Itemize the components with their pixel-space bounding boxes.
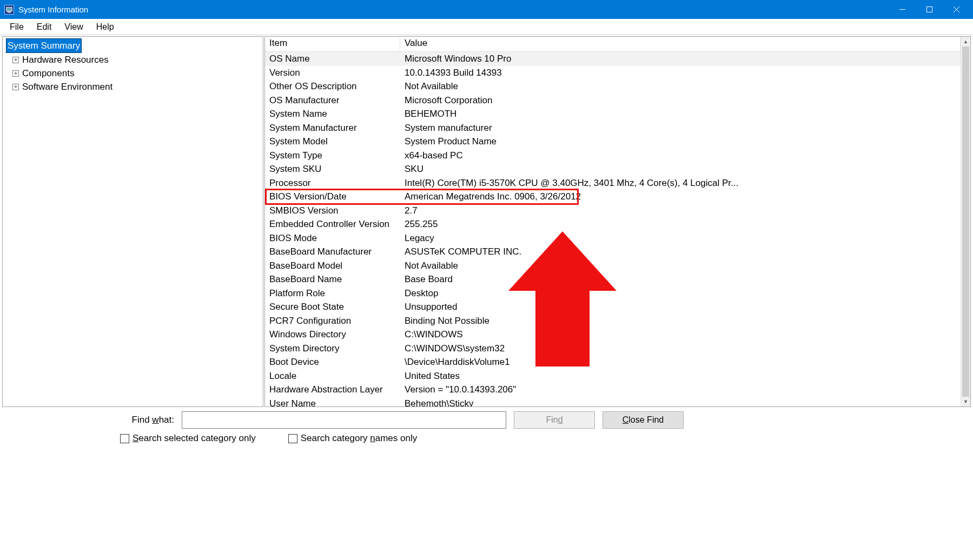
tree-child[interactable]: +Software Environment: [8, 80, 260, 94]
cell-item: Secure Boot State: [265, 300, 400, 314]
table-row[interactable]: BaseBoard ModelNot Available: [265, 259, 961, 273]
cell-value: Not Available: [400, 259, 961, 273]
cell-value: Base Board: [400, 272, 961, 286]
menu-file[interactable]: File: [3, 20, 30, 34]
table-row[interactable]: System Typex64-based PC: [265, 149, 961, 163]
cell-item: Platform Role: [265, 286, 400, 301]
cell-value: C:\WINDOWS: [400, 328, 961, 342]
checkbox-box-icon: [288, 434, 297, 443]
tree-child[interactable]: +Hardware Resources: [8, 53, 260, 66]
expander-icon[interactable]: +: [12, 84, 19, 90]
table-row[interactable]: SMBIOS Version2.7: [265, 204, 961, 218]
close-find-button[interactable]: Close Find: [603, 411, 684, 429]
cell-item: System Manufacturer: [265, 121, 400, 135]
table-row[interactable]: Windows DirectoryC:\WINDOWS: [265, 328, 961, 342]
cell-value: American Megatrends Inc. 0906, 3/26/2012: [400, 190, 961, 204]
table-row[interactable]: Other OS DescriptionNot Available: [265, 79, 961, 94]
maximize-button[interactable]: [916, 0, 943, 19]
cell-value: 255.255: [400, 217, 961, 231]
search-selected-category-checkbox[interactable]: Search selected category only: [120, 433, 256, 444]
table-row[interactable]: OS NameMicrosoft Windows 10 Pro: [265, 52, 961, 66]
cell-item: OS Name: [265, 52, 400, 66]
expander-icon[interactable]: +: [12, 57, 19, 63]
table-row[interactable]: ProcessorIntel(R) Core(TM) i5-3570K CPU …: [265, 176, 961, 190]
find-button[interactable]: Find: [514, 411, 595, 429]
minimize-button[interactable]: [889, 0, 916, 19]
table-row[interactable]: Version10.0.14393 Build 14393: [265, 66, 961, 80]
svg-rect-3: [926, 7, 932, 12]
cell-value: \Device\HarddiskVolume1: [400, 355, 961, 369]
checkbox-box-icon: [120, 434, 129, 443]
tree-child-label: Components: [21, 66, 75, 80]
cell-item: BaseBoard Name: [265, 272, 400, 286]
vertical-scrollbar[interactable]: ▲ ▼: [961, 37, 970, 406]
cell-value: x64-based PC: [400, 149, 961, 163]
search-category-names-checkbox[interactable]: Search category names only: [288, 433, 417, 444]
close-button[interactable]: [943, 0, 970, 19]
find-what-input[interactable]: [182, 411, 506, 429]
table-row[interactable]: Hardware Abstraction LayerVersion = "10.…: [265, 383, 961, 397]
checkbox-label: Search category names only: [301, 433, 417, 444]
cell-item: OS Manufacturer: [265, 94, 400, 108]
table-row[interactable]: BaseBoard NameBase Board: [265, 272, 961, 286]
table-row[interactable]: OS ManufacturerMicrosoft Corporation: [265, 94, 961, 108]
cell-item: Hardware Abstraction Layer: [265, 383, 400, 397]
menu-view[interactable]: View: [58, 20, 89, 34]
cell-value: Behemoth\Sticky: [400, 397, 961, 407]
table-row[interactable]: Secure Boot StateUnsupported: [265, 300, 961, 314]
cell-item: BIOS Version/Date: [265, 190, 400, 204]
table-row[interactable]: System NameBEHEMOTH: [265, 107, 961, 121]
table-row[interactable]: Platform RoleDesktop: [265, 286, 961, 301]
svg-rect-1: [8, 11, 11, 12]
cell-value: Not Available: [400, 79, 961, 94]
table-row[interactable]: Boot Device\Device\HarddiskVolume1: [265, 355, 961, 369]
table-row[interactable]: System DirectoryC:\WINDOWS\system32: [265, 342, 961, 356]
cell-item: Version: [265, 66, 400, 80]
cell-item: Boot Device: [265, 355, 400, 369]
cell-item: Locale: [265, 369, 400, 383]
cell-item: BIOS Mode: [265, 231, 400, 245]
table-row[interactable]: PCR7 ConfigurationBinding Not Possible: [265, 314, 961, 328]
tree-root-system-summary[interactable]: System Summary: [6, 38, 260, 53]
table-row[interactable]: BIOS ModeLegacy: [265, 231, 961, 245]
cell-item: System Type: [265, 149, 400, 163]
list-header[interactable]: Item Value: [265, 37, 961, 52]
cell-item: System Model: [265, 135, 400, 149]
cell-value: C:\WINDOWS\system32: [400, 342, 961, 356]
cell-value: 10.0.14393 Build 14393: [400, 66, 961, 80]
expander-icon[interactable]: +: [12, 70, 19, 77]
scroll-down-button[interactable]: ▼: [961, 397, 970, 406]
menu-help[interactable]: Help: [90, 20, 121, 34]
table-row[interactable]: User NameBehemoth\Sticky: [265, 397, 961, 407]
scroll-up-button[interactable]: ▲: [961, 37, 970, 46]
tree-child-label: Software Environment: [21, 80, 114, 94]
cell-value: Intel(R) Core(TM) i5-3570K CPU @ 3.40GHz…: [400, 176, 961, 190]
tree-child[interactable]: +Components: [8, 66, 260, 80]
checkbox-label: Search selected category only: [133, 433, 256, 444]
menu-edit[interactable]: Edit: [30, 20, 58, 34]
cell-value: Legacy: [400, 231, 961, 245]
cell-item: BaseBoard Manufacturer: [265, 245, 400, 259]
cell-value: System manufacturer: [400, 121, 961, 135]
cell-value: Unsupported: [400, 300, 961, 314]
table-row[interactable]: LocaleUnited States: [265, 369, 961, 383]
list-body[interactable]: OS NameMicrosoft Windows 10 ProVersion10…: [265, 52, 961, 406]
table-row[interactable]: System SKUSKU: [265, 162, 961, 176]
find-panel: Find what: Find Close Find Search select…: [0, 408, 973, 446]
find-what-label: Find what:: [6, 415, 174, 425]
table-row[interactable]: System ManufacturerSystem manufacturer: [265, 121, 961, 135]
cell-value: Desktop: [400, 286, 961, 301]
table-row[interactable]: BIOS Version/DateAmerican Megatrends Inc…: [265, 190, 961, 204]
cell-item: System SKU: [265, 162, 400, 176]
scroll-thumb[interactable]: [962, 46, 969, 397]
column-header-item[interactable]: Item: [265, 37, 400, 51]
cell-item: PCR7 Configuration: [265, 314, 400, 328]
table-row[interactable]: Embedded Controller Version255.255: [265, 217, 961, 231]
tree-child-label: Hardware Resources: [21, 53, 110, 66]
cell-item: Windows Directory: [265, 328, 400, 342]
split-container: System Summary +Hardware Resources+Compo…: [0, 35, 973, 408]
table-row[interactable]: System ModelSystem Product Name: [265, 135, 961, 149]
table-row[interactable]: BaseBoard ManufacturerASUSTeK COMPUTER I…: [265, 245, 961, 259]
column-header-value[interactable]: Value: [400, 37, 961, 51]
category-tree[interactable]: System Summary +Hardware Resources+Compo…: [2, 36, 263, 407]
